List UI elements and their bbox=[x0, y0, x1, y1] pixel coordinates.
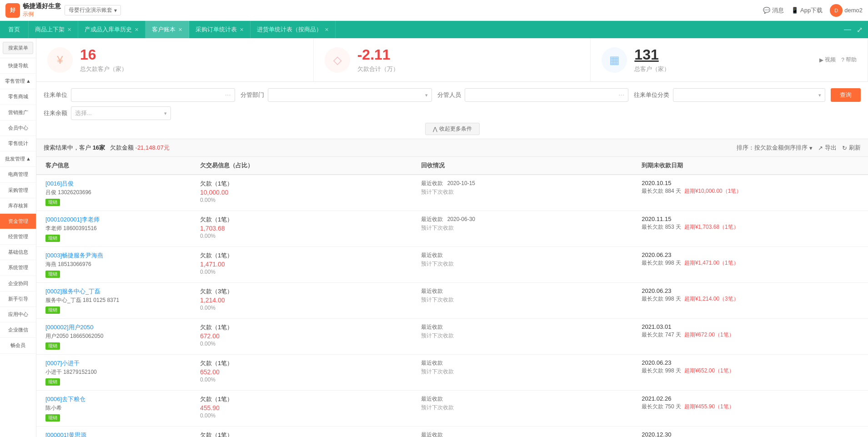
sidebar-item-new-guide[interactable]: 新手引导 bbox=[0, 291, 36, 307]
tab-goods-stat[interactable]: 进货单统计表（按商品） ✕ bbox=[251, 21, 336, 38]
source-unit-input[interactable] bbox=[75, 92, 225, 99]
tab-purchase-order-label: 采购订单统计表 bbox=[196, 25, 237, 34]
inventory-label: 库存核算 bbox=[2, 203, 34, 209]
customer-name-1[interactable]: [0001020001]李老师 bbox=[45, 216, 196, 224]
debt-amount-1[interactable]: 1,703.68 bbox=[200, 225, 417, 232]
sidebar-search-btn[interactable]: 搜索菜单 bbox=[3, 42, 33, 54]
sidebar-item-inventory[interactable]: 库存核算 bbox=[0, 198, 36, 214]
sort-caret: ▾ bbox=[809, 145, 813, 151]
sidebar-item-batch-mgmt[interactable]: 批发管理 ▲ bbox=[0, 151, 36, 167]
sidebar-item-marketing[interactable]: 营销推广 bbox=[0, 105, 36, 121]
debt-amount-3[interactable]: 1,214.00 bbox=[200, 296, 417, 304]
overdue-link-1[interactable]: 超期¥1,703.68（1笔） bbox=[684, 224, 739, 230]
tab-product-history-close[interactable]: ✕ bbox=[135, 27, 139, 33]
overdue-link-4[interactable]: 超期¥672.00（1笔） bbox=[684, 332, 734, 338]
sort-dropdown[interactable]: 排序：按欠款金额倒序排序 ▾ bbox=[737, 144, 813, 152]
customer-name-6[interactable]: [0006]去下粮仓 bbox=[45, 395, 196, 403]
tab-product-shelf-close[interactable]: ✕ bbox=[67, 27, 71, 33]
collapse-btn[interactable]: ⋀ 收起更多条件 bbox=[425, 123, 480, 135]
customer-info-cell-2: [0003]畅捷服务尹海燕 海燕 18513066976 现销 bbox=[44, 251, 198, 278]
source-unit-input-wrap[interactable]: ··· bbox=[71, 88, 235, 102]
top-bar-left: 好 畅捷通好生意 示例 母婴行业演示账套 ▾ bbox=[5, 2, 121, 18]
sidebar-item-member[interactable]: 会员中心 bbox=[0, 121, 36, 136]
tab-home[interactable]: 首页 bbox=[0, 21, 29, 38]
debt-amount-2[interactable]: 1,471.00 bbox=[200, 261, 417, 268]
debt-amount-6[interactable]: 455.90 bbox=[200, 404, 417, 412]
stat-card-debt: ◇ -2.11 欠款合计（万） bbox=[314, 38, 591, 81]
result-prefix: 搜索结果中，客户 bbox=[44, 144, 91, 151]
unit-class-input[interactable] bbox=[677, 92, 818, 99]
collect-info-0: 最近收款 2020-10-15 bbox=[421, 180, 638, 187]
tab-minimize-btn[interactable]: — bbox=[842, 25, 853, 35]
enterprise-label: 企业协同 bbox=[2, 281, 34, 286]
stat-value-debt: -2.11 bbox=[357, 46, 399, 63]
debt-amount-4[interactable]: 672.00 bbox=[200, 332, 417, 340]
sidebar-item-retail-mall[interactable]: 零售商城 bbox=[0, 89, 36, 105]
query-button[interactable]: 查询 bbox=[831, 88, 861, 102]
sidebar-item-retail-mgmt[interactable]: 零售管理 ▲ bbox=[0, 74, 36, 89]
filter-dept: 分管部门 ▾ bbox=[241, 88, 432, 102]
customer-name-7[interactable]: [000001]黄思源 bbox=[45, 431, 196, 437]
stat-info-total: 131 总客户（家） bbox=[634, 46, 670, 73]
sidebar-item-finance[interactable]: 资金管理 bbox=[0, 214, 36, 229]
debt-count-6: 欠款（1笔） bbox=[200, 395, 417, 403]
debt-amount-5[interactable]: 652.00 bbox=[200, 368, 417, 376]
refresh-btn[interactable]: ↻ 刷新 bbox=[842, 144, 861, 152]
user-menu[interactable]: D demo2 bbox=[830, 4, 863, 17]
customer-phone-4: 用户2050 18665062050 bbox=[45, 332, 196, 340]
dept-input[interactable] bbox=[272, 92, 425, 99]
customer-name-2[interactable]: [0003]畅捷服务尹海燕 bbox=[45, 251, 196, 260]
debt-info-cell-2: 欠款（1笔） 1,471.00 0.00% bbox=[198, 251, 419, 275]
next-collect-3: 预计下次收款 bbox=[421, 296, 638, 304]
customer-tag-2: 现销 bbox=[45, 271, 60, 278]
debt-amount-0[interactable]: 10,000.00 bbox=[200, 189, 417, 196]
main-layout: 搜索菜单 快捷导航 零售管理 ▲ 零售商城 营销推广 会员中心 零售统计 批发管… bbox=[0, 38, 868, 437]
balance-select-wrap[interactable]: 选择... ▾ bbox=[71, 106, 171, 120]
help-btn[interactable]: ?帮助 bbox=[841, 56, 857, 64]
sidebar-item-retail-stats[interactable]: 零售统计 bbox=[0, 136, 36, 151]
tab-goods-stat-close[interactable]: ✕ bbox=[325, 27, 329, 33]
tab-customer-account-close[interactable]: ✕ bbox=[178, 27, 182, 33]
sidebar-item-vip-member[interactable]: 畅会员 bbox=[0, 338, 36, 353]
tab-product-history[interactable]: 产成品入库单历史 ✕ bbox=[78, 21, 146, 38]
customer-phone-3: 服务中心_丁磊 181 0125 8371 bbox=[45, 296, 196, 304]
stat-card-actions: ▶视频 ?帮助 bbox=[819, 56, 857, 64]
sidebar-item-sys-mgmt[interactable]: 系统管理 bbox=[0, 260, 36, 276]
overdue-link-5[interactable]: 超期¥652.00（1笔） bbox=[684, 367, 734, 374]
logo-text: 畅捷通好生意 示例 bbox=[23, 2, 61, 18]
sidebar-item-enterprise-wechat[interactable]: 企业微信 bbox=[0, 322, 36, 338]
sidebar-item-quick-nav[interactable]: 快捷导航 bbox=[0, 58, 36, 74]
overdue-link-0[interactable]: 超期¥10,000.00（1笔） bbox=[684, 188, 742, 194]
company-dropdown[interactable]: 母婴行业演示账套 ▾ bbox=[65, 5, 121, 15]
sidebar-item-ops[interactable]: 经营管理 bbox=[0, 229, 36, 245]
tab-product-shelf[interactable]: 商品上下架 ✕ bbox=[29, 21, 78, 38]
customer-name-3[interactable]: [0002]服务中心_丁磊 bbox=[45, 287, 196, 296]
tab-maximize-btn[interactable]: ⤢ bbox=[855, 25, 864, 35]
sidebar-item-enterprise[interactable]: 企业协同 bbox=[0, 276, 36, 291]
customer-name-0[interactable]: [0016]吕俊 bbox=[45, 180, 196, 188]
view-video-btn[interactable]: ▶视频 bbox=[819, 56, 836, 64]
sidebar-item-purchase[interactable]: 采购管理 bbox=[0, 183, 36, 198]
sidebar-item-ecommerce[interactable]: 电商管理 bbox=[0, 167, 36, 182]
expire-cell-4: 2021.03.01 最长欠款 747 天 超期¥672.00（1笔） bbox=[640, 323, 861, 339]
dept-select-wrap[interactable]: ▾ bbox=[268, 88, 432, 102]
tab-purchase-order[interactable]: 采购订单统计表 ✕ bbox=[189, 21, 251, 38]
debt-pct-0: 0.00% bbox=[200, 197, 417, 203]
app-download-btn[interactable]: 📱 App下载 bbox=[791, 6, 823, 15]
export-btn[interactable]: ↗ 导出 bbox=[818, 144, 837, 152]
tab-purchase-order-close[interactable]: ✕ bbox=[240, 27, 244, 33]
unit-class-select-wrap[interactable]: ▾ bbox=[673, 88, 825, 102]
tab-customer-account[interactable]: 客户账本 ✕ bbox=[146, 21, 189, 38]
overdue-link-6[interactable]: 超期¥455.90（1笔） bbox=[684, 403, 734, 410]
overdue-link-2[interactable]: 超期¥1,471.00（1笔） bbox=[684, 260, 739, 266]
customer-name-5[interactable]: [0007]小进干 bbox=[45, 359, 196, 367]
expire-date-4: 2021.03.01 bbox=[642, 323, 859, 330]
manager-input[interactable] bbox=[469, 92, 618, 99]
message-btn[interactable]: 💬 消息 bbox=[763, 6, 784, 15]
customer-info-cell-6: [0006]去下粮仓 陈小希 现销 bbox=[44, 395, 198, 422]
manager-input-wrap[interactable]: ··· bbox=[465, 88, 629, 102]
sidebar-item-basic-info[interactable]: 基础信息 bbox=[0, 245, 36, 260]
overdue-link-3[interactable]: 超期¥1,214.00（3笔） bbox=[684, 296, 739, 302]
customer-name-4[interactable]: [000002]用户2050 bbox=[45, 323, 196, 332]
sidebar-item-app-center[interactable]: 应用中心 bbox=[0, 307, 36, 322]
